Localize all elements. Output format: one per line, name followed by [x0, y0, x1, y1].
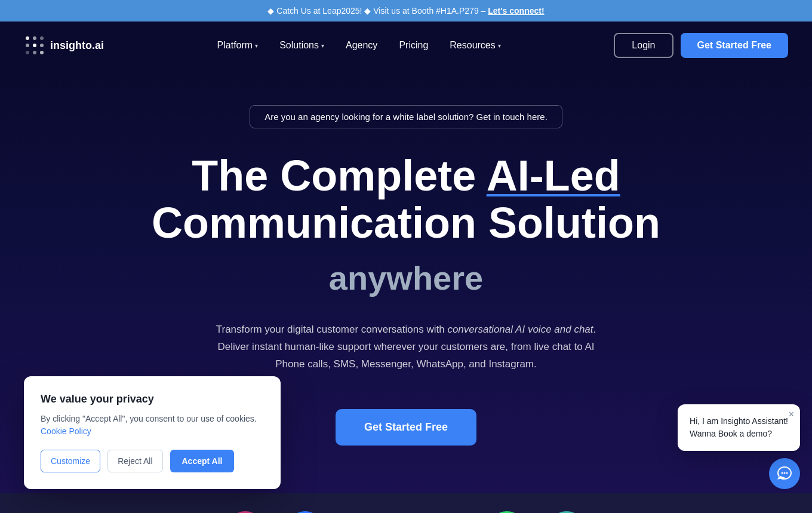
chevron-down-icon: ▾	[321, 42, 324, 49]
cookie-policy-link[interactable]: Cookie Policy	[41, 426, 91, 436]
nav-links: Platform ▾ Solutions ▾ Agency Pricing Re…	[209, 35, 509, 56]
nav-item-resources[interactable]: Resources ▾	[441, 35, 509, 56]
agency-badge: Are you an agency looking for a white la…	[250, 105, 562, 128]
chat-message-line2: Wanna Book a demo?	[690, 428, 788, 440]
svg-point-1	[33, 36, 36, 40]
svg-point-9	[782, 472, 783, 474]
svg-point-5	[40, 44, 44, 47]
hero-title-part2: Communication Solution	[152, 199, 660, 247]
svg-point-11	[786, 472, 788, 474]
customize-button[interactable]: Customize	[41, 450, 100, 472]
nav-link-pricing[interactable]: Pricing	[390, 35, 436, 56]
accept-all-button[interactable]: Accept All	[170, 450, 235, 472]
nav-item-agency[interactable]: Agency	[337, 35, 386, 56]
cookie-title: We value your privacy	[41, 393, 264, 406]
chat-avatar-button[interactable]	[769, 458, 800, 489]
logo-text: insighto.ai	[50, 39, 104, 52]
hero-title-part1: The Complete	[192, 152, 486, 199]
navbar: insighto.ai Platform ▾ Solutions ▾ Agenc…	[0, 21, 812, 69]
login-button[interactable]: Login	[614, 33, 673, 58]
svg-point-2	[40, 36, 44, 40]
svg-point-3	[26, 44, 29, 47]
reject-all-button[interactable]: Reject All	[107, 450, 162, 472]
nav-actions: Login Get Started Free	[614, 33, 788, 58]
hero-title-ai-led: AI-Led	[487, 152, 620, 199]
nav-item-pricing[interactable]: Pricing	[390, 35, 436, 56]
cookie-text: By clicking "Accept All", you consent to…	[41, 413, 264, 438]
logo-icon	[24, 35, 45, 56]
top-banner: ◆ Catch Us at Leap2025! ◆ Visit us at Bo…	[0, 0, 812, 21]
nav-item-platform[interactable]: Platform ▾	[209, 35, 267, 56]
svg-point-8	[40, 51, 44, 54]
nav-link-solutions[interactable]: Solutions ▾	[271, 35, 333, 56]
nav-link-platform[interactable]: Platform ▾	[209, 35, 267, 56]
svg-point-0	[26, 36, 29, 40]
preview-strip: 📷 💬 📞 🌐	[0, 493, 812, 513]
nav-item-solutions[interactable]: Solutions ▾	[271, 35, 333, 56]
svg-point-4	[33, 44, 36, 47]
cookie-actions: Customize Reject All Accept All	[41, 450, 264, 472]
hero-description: Transform your digital customer conversa…	[203, 321, 609, 373]
hero-title: The Complete AI-Led Communication Soluti…	[152, 152, 660, 247]
chat-message-line1: Hi, I am Insighto Assistant!	[690, 415, 788, 428]
svg-point-6	[26, 51, 29, 54]
banner-link[interactable]: Let's connect!	[488, 6, 544, 16]
chevron-down-icon: ▾	[255, 42, 258, 49]
chat-widget: × Hi, I am Insighto Assistant! Wanna Boo…	[678, 404, 800, 489]
chevron-down-icon: ▾	[498, 42, 501, 49]
get-started-nav-button[interactable]: Get Started Free	[681, 33, 788, 58]
banner-text: ◆ Catch Us at Leap2025! ◆ Visit us at Bo…	[267, 6, 488, 16]
logo[interactable]: insighto.ai	[24, 35, 104, 56]
hero-anywhere: anywhere	[329, 259, 483, 297]
cookie-banner: We value your privacy By clicking "Accep…	[24, 376, 281, 489]
svg-point-7	[33, 51, 36, 54]
nav-link-resources[interactable]: Resources ▾	[441, 35, 509, 56]
chat-close-button[interactable]: ×	[789, 409, 794, 420]
chat-bubble: × Hi, I am Insighto Assistant! Wanna Boo…	[678, 404, 800, 451]
nav-link-agency[interactable]: Agency	[337, 35, 386, 56]
chat-icon	[776, 465, 793, 482]
svg-point-10	[784, 472, 786, 474]
get-started-hero-button[interactable]: Get Started Free	[336, 409, 476, 446]
